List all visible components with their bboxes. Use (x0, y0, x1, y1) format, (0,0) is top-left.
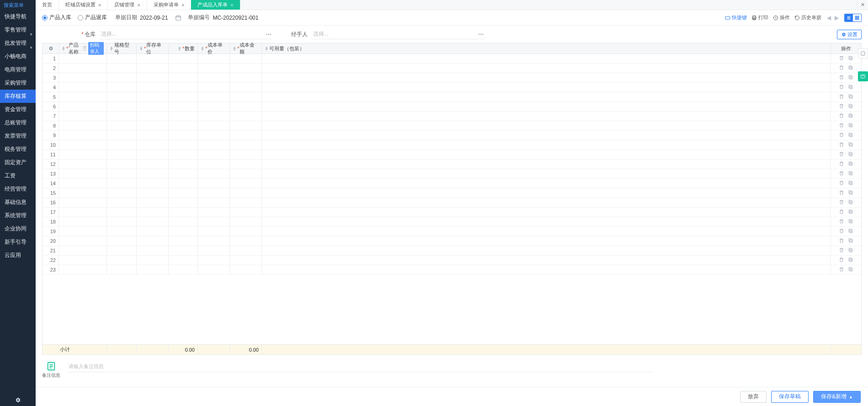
tab[interactable]: 旺铺店铺设置× (59, 0, 108, 10)
sidebar-item[interactable]: 快捷导航 (0, 10, 36, 23)
dock-item-1[interactable] (858, 48, 868, 59)
col-avail[interactable]: ▲▼ 可用量（包装） (262, 43, 831, 53)
table-row[interactable]: 9 (43, 131, 861, 140)
table-row[interactable]: 17 (43, 208, 861, 217)
settings-button[interactable]: 设置 (837, 30, 862, 39)
delete-icon[interactable] (839, 209, 844, 216)
col-amount[interactable]: ▲▼ * 成本金额 (230, 43, 262, 53)
discard-button[interactable]: 放弃 (740, 391, 767, 403)
sort-icon[interactable]: ▲▼ (265, 46, 268, 51)
tab[interactable]: 店铺管理× (108, 0, 147, 10)
save-draft-button[interactable]: 保存草稿 (771, 391, 809, 403)
delete-icon[interactable] (839, 238, 844, 245)
delete-icon[interactable] (839, 84, 844, 91)
close-all-icon[interactable]: ✕ (857, 0, 868, 10)
delete-icon[interactable] (839, 151, 844, 158)
ellipsis-icon[interactable]: ⋯ (478, 31, 483, 37)
delete-icon[interactable] (839, 190, 844, 197)
copy-icon[interactable] (848, 267, 853, 273)
delete-icon[interactable] (839, 161, 844, 168)
copy-icon[interactable] (848, 228, 853, 235)
table-row[interactable]: 21 (43, 246, 861, 256)
table-row[interactable]: 4 (43, 83, 861, 92)
table-row[interactable]: 18 (43, 217, 861, 227)
table-row[interactable]: 6 (43, 102, 861, 112)
copy-icon[interactable] (848, 209, 853, 216)
table-row[interactable]: 7 (43, 112, 861, 121)
delete-icon[interactable] (839, 257, 844, 264)
print-link[interactable]: 打印 (751, 14, 768, 21)
delete-icon[interactable] (839, 142, 844, 149)
help-icon[interactable]: ? (83, 46, 86, 51)
sort-icon[interactable]: ▲▼ (233, 46, 236, 51)
table-row[interactable]: 16 (43, 198, 861, 208)
view-list-icon[interactable] (845, 14, 853, 21)
close-icon[interactable]: × (98, 2, 101, 8)
close-icon[interactable]: × (181, 2, 184, 8)
table-row[interactable]: 12 (43, 160, 861, 169)
sidebar-item[interactable]: 系统管理 (0, 209, 36, 222)
col-price[interactable]: ▲▼ * 成本单价 (198, 43, 230, 53)
table-row[interactable]: 23 (43, 265, 861, 275)
delete-icon[interactable] (839, 171, 844, 177)
copy-icon[interactable] (848, 132, 853, 139)
sidebar-item[interactable]: 发票管理 (0, 129, 36, 143)
scan-badge[interactable]: 扫码录入 (88, 42, 104, 55)
remark-input[interactable]: 请输入备注信息 (68, 361, 653, 372)
tab[interactable]: 产成品入库单× (191, 0, 240, 10)
ops-link[interactable]: 操作 (773, 14, 790, 21)
copy-icon[interactable] (848, 123, 853, 129)
copy-icon[interactable] (848, 199, 853, 206)
delete-icon[interactable] (839, 65, 844, 72)
copy-icon[interactable] (848, 142, 853, 149)
copy-icon[interactable] (848, 113, 853, 120)
copy-icon[interactable] (848, 238, 853, 245)
sidebar-item[interactable]: 采购管理 (0, 76, 36, 90)
shortcut-link[interactable]: 快捷键 (725, 14, 747, 21)
doc-date-value[interactable]: 2022-09-21 (140, 15, 168, 21)
copy-icon[interactable] (848, 257, 853, 264)
save-new-button[interactable]: 保存&新增 ▲ (813, 391, 861, 403)
table-row[interactable]: 2 (43, 64, 861, 73)
sidebar-item[interactable]: 云应用 (0, 249, 36, 262)
sidebar-item[interactable]: 零售管理▼ (0, 23, 36, 37)
sort-icon[interactable]: ▲▼ (110, 46, 113, 51)
sidebar-item[interactable]: 新手引导 (0, 235, 36, 249)
sidebar-item[interactable]: 基础信息 (0, 196, 36, 209)
view-grid-icon[interactable] (853, 14, 861, 21)
table-row[interactable]: 22 (43, 256, 861, 265)
radio-product-in[interactable]: 产品入库 (42, 14, 71, 21)
sidebar-item[interactable]: 经营管理 (0, 182, 36, 196)
warehouse-select[interactable]: 选择... ⋯ (99, 29, 273, 39)
table-row[interactable]: 13 (43, 169, 861, 179)
copy-icon[interactable] (848, 94, 853, 101)
sort-icon[interactable]: ▲▼ (178, 46, 181, 51)
ellipsis-icon[interactable]: ⋯ (266, 31, 271, 37)
table-row[interactable]: 1 (43, 54, 861, 64)
delete-icon[interactable] (839, 103, 844, 110)
copy-icon[interactable] (848, 219, 853, 225)
tab[interactable]: 首页 (36, 0, 59, 10)
radio-product-out[interactable]: 产品退库 (78, 14, 107, 21)
sidebar-item[interactable]: 资金管理 (0, 103, 36, 116)
copy-icon[interactable] (848, 190, 853, 197)
delete-icon[interactable] (839, 199, 844, 206)
delete-icon[interactable] (839, 113, 844, 120)
table-row[interactable]: 15 (43, 188, 861, 198)
delete-icon[interactable] (839, 267, 844, 273)
col-spec[interactable]: ▲▼ 规格型号 (107, 43, 137, 53)
col-qty[interactable]: ▲▼ * 数量 (169, 43, 198, 53)
sidebar-item[interactable]: 批发管理▼ (0, 37, 36, 50)
delete-icon[interactable] (839, 75, 844, 81)
copy-icon[interactable] (848, 151, 853, 158)
history-link[interactable]: 历史单据 (794, 14, 821, 21)
sort-icon[interactable]: ▲▼ (139, 46, 143, 51)
table-row[interactable]: 11 (43, 150, 861, 160)
copy-icon[interactable] (848, 84, 853, 91)
close-icon[interactable]: × (137, 2, 140, 8)
page-next-icon[interactable]: ▶ (834, 15, 840, 21)
copy-icon[interactable] (848, 247, 853, 254)
sidebar-item[interactable]: 总账管理 (0, 116, 36, 129)
copy-icon[interactable] (848, 65, 853, 72)
search-menu[interactable]: 搜索菜单 (0, 0, 36, 10)
